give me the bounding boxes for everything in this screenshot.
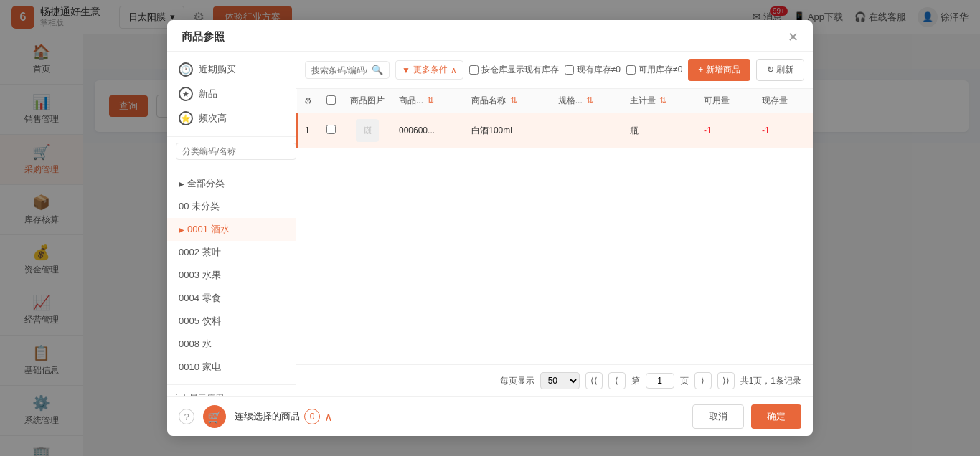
selected-count-badge: 0 (304, 409, 320, 424)
category-all-label: 全部分类 (187, 177, 225, 190)
th-check[interactable] (319, 89, 343, 113)
filter-more-label: 更多条件 (413, 64, 448, 76)
page-label: 第 (631, 375, 640, 387)
modal-close-btn[interactable]: ✕ (788, 31, 798, 44)
product-image: 🖼 (356, 119, 379, 142)
page-label-end: 页 (680, 375, 689, 387)
th-spec-label: 规格... (558, 95, 583, 105)
th-name-label: 商品名称 (471, 95, 506, 105)
sort-icon-code: ⇅ (427, 95, 434, 105)
help-icon[interactable]: ? (179, 409, 194, 424)
select-all-checkbox[interactable] (326, 95, 336, 105)
category-0002[interactable]: 0002 茶叶 (167, 241, 296, 264)
th-stock: 现存量 (755, 89, 813, 113)
category-0005[interactable]: 0005 饮料 (167, 310, 296, 333)
th-spec[interactable]: 规格... ⇅ (551, 89, 623, 113)
cancel-btn[interactable]: 取消 (692, 404, 744, 429)
quick-recent-label: 近期购买 (199, 63, 236, 76)
row-unit: 瓶 (623, 113, 697, 148)
available-filter-checkbox[interactable] (565, 65, 574, 75)
quick-new-label: 新品 (199, 87, 217, 100)
chevron-up-icon: ∧ (451, 65, 457, 75)
refresh-btn[interactable]: ↻ 刷新 (756, 59, 804, 81)
row-spec (551, 113, 623, 148)
category-search-area: 🔍 《 (167, 137, 296, 166)
product-search-input[interactable] (311, 65, 367, 75)
quick-links-section: 🕐 近期购买 ★ 新品 ⭐ 频次高 (167, 52, 296, 137)
search-wrap: 🔍 (305, 61, 390, 79)
th-name[interactable]: 商品名称 ⇅ (464, 89, 550, 113)
first-page-btn[interactable]: ⟨⟨ (585, 372, 603, 389)
warehouse-filter-label[interactable]: 按仓库显示现有库存 (469, 64, 559, 76)
show-disabled-area: 显示停用 (167, 384, 296, 396)
product-reference-modal: 商品参照 ✕ 🕐 近期购买 ★ 新品 ⭐ 频次高 (167, 20, 813, 436)
category-0003[interactable]: 0003 水果 (167, 264, 296, 287)
category-0001-label: 0001 酒水 (187, 223, 230, 236)
th-img: 商品图片 (343, 89, 392, 113)
available-filter-label[interactable]: 现有库存≠0 (565, 64, 621, 76)
category-0010-label: 0010 家电 (179, 361, 221, 374)
category-0004[interactable]: 0004 零食 (167, 287, 296, 310)
row-check[interactable] (319, 113, 343, 148)
collapse-footer-btn[interactable]: ∧ (324, 410, 333, 424)
row-num: 1 (297, 113, 319, 148)
last-page-btn[interactable]: ⟩⟩ (717, 372, 735, 389)
warehouse-filter-checkbox[interactable] (469, 65, 479, 75)
total-info: 共1页，1条记录 (740, 375, 801, 387)
add-product-btn[interactable]: + 新增商品 (688, 59, 750, 81)
row-checkbox[interactable] (326, 125, 336, 134)
frequent-icon: ⭐ (179, 111, 193, 125)
category-all[interactable]: ▶ 全部分类 (167, 172, 296, 195)
category-0002-label: 0002 茶叶 (179, 246, 221, 259)
modal-title: 商品参照 (182, 30, 225, 44)
content-panel: 🔍 ▼ 更多条件 ∧ 按仓库显示现有库存 现有库存≠0 (296, 52, 813, 396)
filter-more-btn[interactable]: ▼ 更多条件 ∧ (395, 60, 463, 80)
usable-filter-label[interactable]: 可用库存≠0 (626, 64, 682, 76)
th-code[interactable]: 商品... ⇅ (392, 89, 464, 113)
row-stock: -1 (755, 113, 813, 148)
cart-icon-btn[interactable]: 🛒 (203, 405, 226, 428)
category-search-input[interactable] (176, 143, 296, 160)
footer-actions: 取消 确定 (692, 404, 801, 429)
modal-overlay: 商品参照 ✕ 🕐 近期购买 ★ 新品 ⭐ 频次高 (0, 0, 980, 456)
th-gear[interactable]: ⚙ (297, 89, 319, 113)
quick-recent[interactable]: 🕐 近期购买 (167, 57, 296, 82)
new-icon: ★ (179, 87, 193, 101)
recent-icon: 🕐 (179, 62, 193, 77)
available-filter-text: 现有库存≠0 (577, 64, 621, 76)
current-page-input[interactable] (646, 373, 674, 389)
row-name: 白酒100ml (464, 113, 550, 148)
row-available: -1 (697, 113, 755, 148)
category-00[interactable]: 00 未分类 (167, 195, 296, 218)
sort-icon-name: ⇅ (510, 95, 517, 105)
prev-page-btn[interactable]: ⟨ (608, 372, 626, 389)
modal-body: 🕐 近期购买 ★ 新品 ⭐ 频次高 🔍 《 (167, 52, 813, 396)
th-unit[interactable]: 主计量 ⇅ (623, 89, 697, 113)
sort-icon-unit: ⇅ (659, 95, 666, 105)
table-body: 1 🖼 000600... 白酒100ml 瓶 -1 -1 (297, 113, 813, 148)
filter-panel: 🕐 近期购买 ★ 新品 ⭐ 频次高 🔍 《 (167, 52, 296, 396)
category-0008[interactable]: 0008 水 (167, 333, 296, 356)
th-unit-label: 主计量 (630, 95, 656, 105)
th-available: 可用量 (697, 89, 755, 113)
category-00-label: 00 未分类 (179, 200, 220, 213)
quick-frequent[interactable]: ⭐ 频次高 (167, 106, 296, 130)
pagination-bar: 每页显示 50 10 20 100 ⟨⟨ ⟨ 第 页 ⟩ ⟩⟩ 共1页，1条记录 (296, 364, 813, 396)
confirm-btn[interactable]: 确定 (751, 404, 801, 429)
category-0001[interactable]: ▶ 0001 酒水 (167, 218, 296, 241)
next-page-btn[interactable]: ⟩ (694, 372, 712, 389)
quick-new[interactable]: ★ 新品 (167, 82, 296, 106)
page-size-select[interactable]: 50 10 20 100 (540, 372, 580, 389)
usable-filter-checkbox[interactable] (626, 65, 636, 75)
toolbar: 🔍 ▼ 更多条件 ∧ 按仓库显示现有库存 现有库存≠0 (296, 52, 813, 89)
toolbar-right: + 新增商品 ↻ 刷新 (688, 59, 804, 81)
continuous-select-label: 连续选择的商品 (235, 410, 300, 423)
table-row[interactable]: 1 🖼 000600... 白酒100ml 瓶 -1 -1 (297, 113, 813, 148)
continuous-select-text: 连续选择的商品 0 ∧ (235, 409, 333, 424)
category-0004-label: 0004 零食 (179, 292, 221, 305)
row-code: 000600... (392, 113, 464, 148)
table-head: ⚙ 商品图片 商品... ⇅ 商品名称 ⇅ (297, 89, 813, 113)
category-0010[interactable]: 0010 家电 (167, 356, 296, 379)
modal-footer: ? 🛒 连续选择的商品 0 ∧ 取消 确定 (167, 396, 813, 436)
search-icon[interactable]: 🔍 (372, 65, 383, 75)
